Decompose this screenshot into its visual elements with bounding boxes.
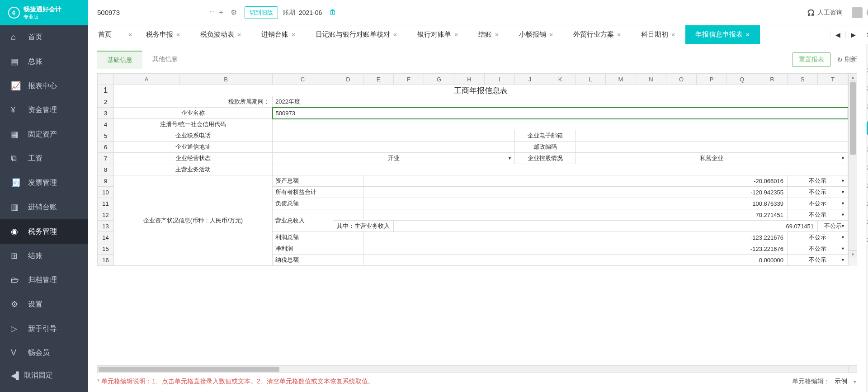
cell[interactable] bbox=[273, 119, 848, 130]
sidebar-item-5[interactable]: ⧉工资 bbox=[0, 146, 88, 170]
cell[interactable]: 不公示 bbox=[788, 209, 848, 221]
spreadsheet[interactable]: ABCDEFGHIJKLMNOPQRST 1工商年报信息表2税款所属期间：202… bbox=[97, 73, 848, 266]
cell[interactable]: 开业 bbox=[273, 153, 515, 164]
cell[interactable] bbox=[576, 130, 848, 142]
gear-icon[interactable]: ⚙ bbox=[227, 8, 240, 17]
cell[interactable]: 净利润 bbox=[273, 243, 363, 255]
calendar-icon[interactable]: 🗓 bbox=[326, 9, 339, 17]
cell[interactable]: 企业名称 bbox=[114, 108, 273, 119]
sidebar-item-6[interactable]: 🧾发票管理 bbox=[0, 170, 88, 195]
row-header[interactable]: 3 bbox=[98, 108, 114, 119]
tab-10[interactable]: 科目期初✕ bbox=[631, 25, 685, 44]
cell[interactable]: 企业通信地址 bbox=[114, 142, 273, 153]
col-header-J[interactable]: J bbox=[515, 74, 545, 85]
cell[interactable]: 企业经营状态 bbox=[114, 153, 273, 164]
row-header[interactable]: 12 bbox=[98, 209, 114, 221]
row-header[interactable]: 16 bbox=[98, 255, 114, 266]
cell[interactable]: 税款所属期间： bbox=[114, 96, 273, 108]
row-header[interactable]: 9 bbox=[98, 175, 114, 187]
cell[interactable]: 500973 bbox=[273, 108, 848, 119]
user-menu[interactable]: 徐泽华 bbox=[852, 7, 868, 18]
tab-close-icon[interactable]: ✕ bbox=[617, 32, 621, 38]
tab-11[interactable]: 年报信息申报表✕ bbox=[685, 25, 760, 44]
cell[interactable]: 其中：主营业务收入 bbox=[333, 221, 394, 232]
sidebar-item-0[interactable]: ⌂首页 bbox=[0, 25, 88, 49]
cell[interactable]: 注册号/统一社会信用代码 bbox=[114, 119, 273, 130]
cell[interactable]: 不公示 bbox=[818, 221, 848, 232]
period-value[interactable]: 2021-06 bbox=[299, 9, 322, 16]
sheet-corner[interactable] bbox=[98, 74, 114, 85]
vertical-scrollbar[interactable]: ▲ ▼ bbox=[848, 73, 857, 266]
tab-close-icon[interactable]: ✕ bbox=[745, 32, 750, 38]
cell[interactable]: -123.221676 bbox=[363, 232, 788, 243]
col-header-P[interactable]: P bbox=[697, 74, 727, 85]
tab-9[interactable]: 外贸行业方案✕ bbox=[563, 25, 631, 44]
row-header[interactable]: 11 bbox=[98, 198, 114, 209]
form-tab-0[interactable]: 基础信息 bbox=[97, 51, 142, 69]
cell[interactable]: 资产总额 bbox=[273, 175, 363, 187]
tabs-close-all-button[interactable]: ✕ bbox=[861, 31, 868, 38]
col-header-C[interactable]: C bbox=[273, 74, 333, 85]
cell[interactable]: 70.271451 bbox=[363, 209, 788, 221]
sidebar-item-10[interactable]: 🗁归档管理 bbox=[0, 268, 88, 292]
example-link[interactable]: 示例 bbox=[835, 378, 847, 385]
cell[interactable]: 不公示 bbox=[788, 243, 848, 255]
org-selector[interactable]: 500973 ﹀ bbox=[97, 9, 215, 16]
col-header-G[interactable]: G bbox=[424, 74, 454, 85]
col-header-B[interactable]: B bbox=[179, 74, 273, 85]
row-header[interactable]: 13 bbox=[98, 221, 114, 232]
col-header-H[interactable]: H bbox=[454, 74, 485, 85]
tab-close-icon[interactable]: ✕ bbox=[237, 32, 241, 38]
sidebar-item-8[interactable]: ◉税务管理 bbox=[0, 219, 88, 244]
col-header-O[interactable]: O bbox=[666, 74, 697, 85]
row-header[interactable]: 7 bbox=[98, 153, 114, 164]
row-header[interactable]: 1 bbox=[98, 85, 114, 96]
col-header-T[interactable]: T bbox=[818, 74, 848, 85]
tab-8[interactable]: 小畅报销✕ bbox=[509, 25, 563, 44]
cell[interactable]: 0.000000 bbox=[363, 255, 788, 266]
row-header[interactable]: 5 bbox=[98, 130, 114, 142]
tab-4[interactable]: 进销台账✕ bbox=[251, 25, 306, 44]
cell[interactable]: -120.942355 bbox=[363, 187, 788, 198]
form-tab-1[interactable]: 其他信息 bbox=[142, 51, 188, 69]
cell[interactable]: 主营业务活动 bbox=[114, 164, 273, 175]
tab-close-icon[interactable]: ✕ bbox=[454, 32, 458, 38]
tab-close-icon[interactable]: ✕ bbox=[176, 32, 180, 38]
sidebar-item-2[interactable]: 📈报表中心 bbox=[0, 74, 88, 98]
tab-0[interactable]: 首页 bbox=[88, 25, 122, 44]
tab-close-icon[interactable]: ✕ bbox=[128, 32, 132, 38]
cell[interactable]: 企业控股情况 bbox=[515, 153, 576, 164]
cell[interactable]: 企业电子邮箱 bbox=[515, 130, 576, 142]
cell[interactable]: 100.876339 bbox=[363, 198, 788, 209]
sidebar-collapse[interactable]: ◀▌ 取消固定 bbox=[0, 364, 64, 387]
col-header-L[interactable]: L bbox=[576, 74, 606, 85]
col-header-D[interactable]: D bbox=[333, 74, 363, 85]
col-header-F[interactable]: F bbox=[394, 74, 424, 85]
col-header-S[interactable]: S bbox=[788, 74, 818, 85]
cell[interactable]: 不公示 bbox=[788, 175, 848, 187]
cell[interactable] bbox=[576, 142, 848, 153]
cell[interactable] bbox=[273, 142, 515, 153]
cell[interactable]: 邮政编码 bbox=[515, 142, 576, 153]
cell[interactable]: 私营企业 bbox=[576, 153, 848, 164]
sidebar-item-1[interactable]: ▤总账 bbox=[0, 49, 88, 74]
cell[interactable]: 工商年报信息表 bbox=[114, 85, 848, 96]
cell[interactable] bbox=[273, 164, 848, 175]
col-header-M[interactable]: M bbox=[606, 74, 636, 85]
cell[interactable]: 不公示 bbox=[788, 198, 848, 209]
cell[interactable]: 负债总额 bbox=[273, 198, 363, 209]
cell[interactable]: 利润总额 bbox=[273, 232, 363, 243]
tab-close-icon[interactable]: ✕ bbox=[393, 32, 397, 38]
col-header-Q[interactable]: Q bbox=[727, 74, 757, 85]
tab-close-icon[interactable]: ✕ bbox=[495, 32, 499, 38]
cell[interactable]: 营业总收入 bbox=[273, 209, 333, 232]
tab-close-icon[interactable]: ✕ bbox=[671, 32, 675, 38]
tab-7[interactable]: 结账✕ bbox=[468, 25, 509, 44]
cell[interactable]: 不公示 bbox=[788, 187, 848, 198]
horizontal-scrollbar[interactable] bbox=[97, 365, 848, 373]
tab-5[interactable]: 日记账与银行对账单核对✕ bbox=[306, 25, 407, 44]
cell[interactable]: -20.066016 bbox=[363, 175, 788, 187]
cell[interactable]: 企业联系电话 bbox=[114, 130, 273, 142]
tab-6[interactable]: 银行对账单✕ bbox=[407, 25, 468, 44]
cell[interactable]: 不公示 bbox=[788, 255, 848, 266]
